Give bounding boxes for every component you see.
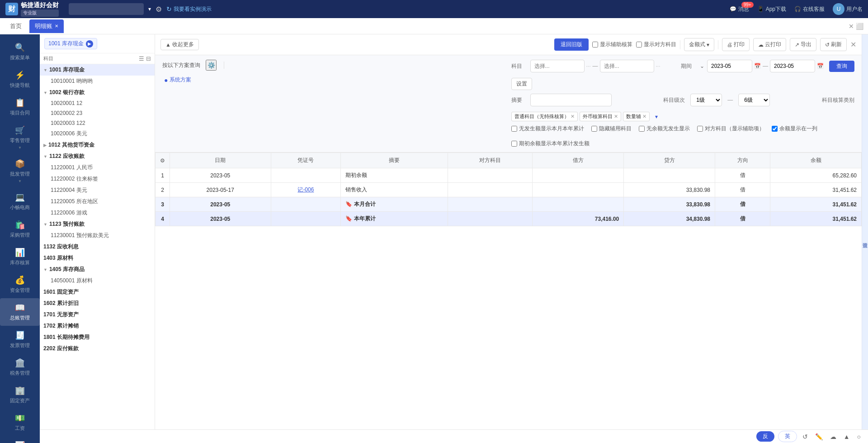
no-balance-input[interactable] <box>511 126 517 132</box>
tab-home[interactable]: 首页 <box>5 19 27 33</box>
sidebar-item-ledger[interactable]: 📖 总账管理 <box>0 298 40 326</box>
query-btn[interactable]: 查询 <box>829 61 854 72</box>
period-start-input[interactable] <box>707 60 752 72</box>
filter-settings-btn[interactable]: 设置 <box>511 78 532 90</box>
tree-item-1801[interactable]: 1801 长期待摊费用 <box>40 332 155 343</box>
calendar-icon2[interactable]: 📅 <box>817 63 824 69</box>
lang-btn[interactable]: 英 <box>778 431 797 442</box>
print-btn[interactable]: 🖨 打印 <box>722 38 750 51</box>
opt-opposite-show[interactable]: 对方科目（显示辅助项） <box>697 125 764 133</box>
sidebar-item-ecommerce[interactable]: 💻 小畅电商 <box>0 188 40 215</box>
sidebar-item-wholesale[interactable]: 📦 批发管理 ▼ <box>0 154 40 188</box>
return-old-btn[interactable]: 退回旧版 <box>554 38 589 51</box>
tree-item-11220006[interactable]: 11220006 游戏 <box>40 207 155 219</box>
close-panel-btn[interactable]: ✕ <box>850 40 856 49</box>
subject-to-input[interactable] <box>600 60 654 72</box>
tree-item-1012[interactable]: ▶ 1012 其他货币资金 <box>40 139 155 151</box>
opt-balance-in-one[interactable]: 余额显示在一列 <box>772 125 817 133</box>
sidebar-item-quick-nav[interactable]: ⚡ 快捷导航 <box>0 66 40 93</box>
level-to-select[interactable]: 6级 <box>738 94 770 106</box>
refresh-btn[interactable]: ↺ 刷新 <box>820 38 847 51</box>
export-btn[interactable]: ↗ 导出 <box>790 38 816 51</box>
tab-close-icon[interactable]: ✕ <box>55 24 58 29</box>
tree-item-1602[interactable]: 1602 累计折旧 <box>40 298 155 309</box>
tree-item-1702[interactable]: 1702 累计摊销 <box>40 320 155 332</box>
tree-item-10020001[interactable]: 10020001 12 <box>40 98 155 108</box>
voucher-link[interactable]: 记-006 <box>297 186 314 193</box>
tree-item-11220004[interactable]: 11220004 美元 <box>40 185 155 196</box>
tree-item-10020002[interactable]: 10020002 23 <box>40 108 155 118</box>
sync-btn[interactable]: ○ <box>855 432 863 441</box>
cloud-btn[interactable]: ☁ <box>828 432 838 441</box>
tree-item-1405[interactable]: ▼ 1405 库存商品 <box>40 264 155 275</box>
format-btn[interactable]: 金额式 ▾ <box>684 38 714 51</box>
show-aux-input[interactable] <box>592 42 598 48</box>
no-zero-balance-input[interactable] <box>639 126 645 132</box>
sidebar-item-retail[interactable]: 🛒 零售管理 ▼ <box>0 121 40 154</box>
sidebar-item-project[interactable]: 📋 项目合同 <box>0 93 40 121</box>
opt-opening-balance[interactable]: 期初余额显示本年累计发生额 <box>511 140 590 148</box>
sidebar-item-tax[interactable]: 🏛️ 税务管理 <box>0 353 40 381</box>
sidebar-item-search[interactable]: 🔍 搜索菜单 <box>0 38 40 66</box>
tab-maximize-btn[interactable]: ⬜ <box>856 23 863 30</box>
tree-item-14050001[interactable]: 14050001 原材料 <box>40 275 155 286</box>
app-download-btn[interactable]: 📱 App下载 <box>757 5 786 13</box>
tag-remove-btn3[interactable]: ✕ <box>642 114 646 119</box>
tree-item-1403[interactable]: 1403 原材料 <box>40 252 155 264</box>
tree-item-11220001[interactable]: 11220001 人民币 <box>40 162 155 173</box>
tab-detail[interactable]: 明细账 ✕ <box>29 19 64 33</box>
tag-remove-btn2[interactable]: ✕ <box>614 114 618 119</box>
feedback-btn[interactable]: 反 <box>756 431 774 442</box>
tree-item-1001[interactable]: ▼ 1001 库存现金 <box>40 64 155 76</box>
hide-aux-input[interactable] <box>591 126 597 132</box>
sidebar-item-payroll[interactable]: 💵 工资 <box>0 409 40 436</box>
opt-no-balance[interactable]: 无发生额显示本月本年累计 <box>511 125 584 133</box>
edit-btn[interactable]: ✏️ <box>813 432 825 441</box>
message-btn[interactable]: 💬 消息 99+ <box>730 5 749 13</box>
tree-item-11230001[interactable]: 11230001 预付账款美元 <box>40 230 155 241</box>
user-avatar[interactable]: U 用户名 <box>833 3 863 15</box>
balance-in-one-input[interactable] <box>772 126 778 132</box>
opposite-show-input[interactable] <box>697 126 703 132</box>
tree-item-10020006[interactable]: 10020006 美元 <box>40 128 155 139</box>
category-expand-icon[interactable]: ▾ <box>655 114 658 120</box>
scheme-settings-btn[interactable]: ⚙️ <box>206 60 217 71</box>
tree-item-1601[interactable]: 1601 固定资产 <box>40 286 155 298</box>
tree-item-1701[interactable]: 1701 无形资产 <box>40 309 155 320</box>
cloud-print-btn[interactable]: ☁ 云打印 <box>753 38 786 51</box>
summary-input[interactable] <box>530 94 612 106</box>
tree-item-2202[interactable]: 2202 应付账款 <box>40 343 155 354</box>
level-from-select[interactable]: 1级 <box>690 94 722 106</box>
sidebar-item-invoice[interactable]: 🧾 发票管理 <box>0 326 40 353</box>
opening-balance-input[interactable] <box>511 141 517 147</box>
settings-gear-btn[interactable]: ⚙ <box>156 5 162 14</box>
selected-account[interactable]: 1001 库存现金 ▶ <box>44 38 97 49</box>
expand-more-btn[interactable]: ▲ 收起更多 <box>160 39 199 50</box>
tree-item-1132[interactable]: 1132 应收利息 <box>40 241 155 252</box>
tag-remove-btn[interactable]: ✕ <box>571 114 575 119</box>
system-scheme[interactable]: ● 系统方案 <box>162 74 193 86</box>
online-service-btn[interactable]: 🎧 在线客服 <box>794 5 825 13</box>
account-collapse-btn[interactable]: ⊟ <box>146 55 151 62</box>
sidebar-item-purchase[interactable]: 🛍️ 采购管理 <box>0 215 40 243</box>
account-navigate-btn[interactable]: ▶ <box>86 40 93 48</box>
subject-from-input[interactable] <box>530 60 585 72</box>
sidebar-item-fixed-assets[interactable]: 🏢 固定资产 <box>0 381 40 409</box>
row-voucher[interactable]: 记-006 <box>271 183 341 197</box>
tree-item-10020003[interactable]: 10020003 122 <box>40 118 155 128</box>
tree-item-11220005[interactable]: 11220005 所在地区 <box>40 196 155 207</box>
sidebar-item-finance[interactable]: 💰 资金管理 <box>0 271 40 298</box>
tree-item-1002[interactable]: ▼ 1002 银行存款 <box>40 87 155 98</box>
sidebar-item-operations[interactable]: 📈 经营管理 <box>0 436 40 443</box>
upload-btn[interactable]: ▲ <box>842 432 852 441</box>
tree-item-10010001[interactable]: 10010001 哟哟哟 <box>40 76 155 87</box>
account-list-view-btn[interactable]: ☰ <box>139 55 144 62</box>
calendar-icon[interactable]: 📅 <box>754 63 761 69</box>
tree-item-11220002[interactable]: 11220002 往来标签 <box>40 173 155 185</box>
col-settings[interactable]: ⚙ <box>156 153 170 168</box>
global-search-input[interactable] <box>69 3 144 15</box>
tree-item-1123[interactable]: ▼ 1123 预付账款 <box>40 219 155 230</box>
undo-btn[interactable]: ↺ <box>801 432 810 441</box>
tree-item-1122[interactable]: ▼ 1122 应收账款 <box>40 151 155 162</box>
period-end-input[interactable] <box>770 60 815 72</box>
